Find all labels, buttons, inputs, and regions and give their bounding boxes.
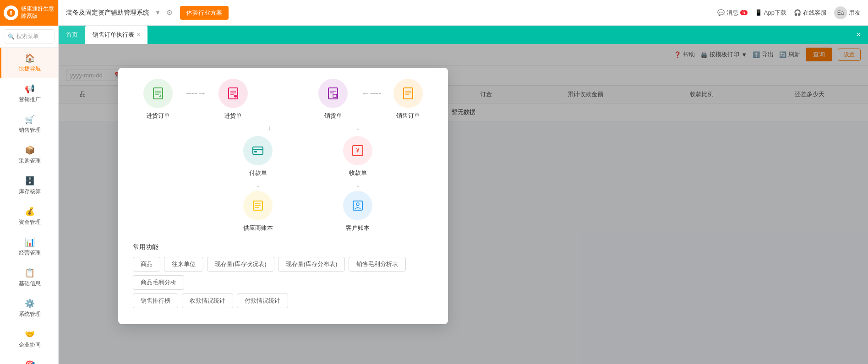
app-download-button[interactable]: 📱 App下载: [755, 9, 786, 17]
avatar: Ea: [834, 6, 847, 19]
sidebar-nav: 🏠 快捷导航 📢 营销推广 🛒 销售管理 📦 采购管理 🗄️ 库存核算 💰: [0, 48, 58, 364]
system-title: 装备及固定资产辅助管理系统: [66, 9, 149, 17]
svg-text:6: 6: [10, 11, 12, 16]
sidebar-item-guide[interactable]: 🎯 新手引导: [0, 354, 58, 364]
service-icon: 🎧: [794, 9, 801, 16]
online-service-button[interactable]: 🎧 在线客服: [794, 9, 827, 17]
logo-icon: 6: [4, 5, 18, 20]
sidebar-item-cooperation[interactable]: 🤝 企业协同: [0, 324, 58, 354]
sidebar-item-marketing[interactable]: 📢 营销推广: [0, 78, 58, 109]
search-menu-button[interactable]: 🔍 搜索菜单: [4, 29, 55, 43]
guide-icon: 🎯: [25, 360, 35, 364]
sidebar-item-sales[interactable]: 🛒 销售管理: [0, 109, 58, 140]
svg-point-29: [356, 203, 359, 206]
logo-text: 畅康通好生意 陈磊版: [21, 5, 54, 20]
flow-node-payment: 付款单: [233, 136, 283, 177]
sales-order-icon: [393, 79, 423, 108]
func-btn-sales-rank[interactable]: 销售排行榜: [133, 293, 178, 308]
payment-icon: [243, 136, 273, 165]
svg-rect-19: [253, 147, 263, 154]
flow-node-receipt: ¥ 收款单: [333, 136, 383, 177]
purchase-bill-icon: [218, 79, 248, 108]
func-btn-partner[interactable]: 往来单位: [164, 257, 203, 272]
top-header: 装备及固定资产辅助管理系统 ▼ ⚙ 体验行业方案 💬 消息 6 📱 App下载 …: [59, 0, 868, 26]
common-title: 常用功能: [133, 243, 433, 251]
header-right: 💬 消息 6 📱 App下载 🎧 在线客服 Ea 用友: [717, 6, 861, 19]
supplier-account-icon: [243, 191, 273, 220]
sidebar-logo: 6 畅康通好生意 陈磊版: [0, 0, 58, 26]
sidebar: 6 畅康通好生意 陈磊版 🔍 搜索菜单 🏠 快捷导航 📢 营销推广 �: [0, 0, 59, 364]
main-area: 装备及固定资产辅助管理系统 ▼ ⚙ 体验行业方案 💬 消息 6 📱 App下载 …: [59, 0, 868, 364]
func-btn-product-profit[interactable]: 商品毛利分析: [133, 275, 184, 290]
svg-rect-6: [229, 88, 238, 99]
message-icon: 💬: [717, 9, 725, 16]
tab-sales-order[interactable]: 销售订单执行表 ×: [85, 26, 147, 44]
tab-close-icon[interactable]: ×: [137, 32, 140, 38]
purchase-order-icon: [143, 79, 173, 108]
customer-account-icon: [343, 191, 372, 220]
svg-rect-21: [254, 151, 257, 152]
content-area: ❓ 帮助 🖨️ 按模板打印 ▼ ⬆️ 导出 🔄 刷新: [59, 44, 868, 364]
search-icon: 🔍: [8, 33, 15, 40]
func-btn-payment-stats[interactable]: 付款情况统计: [237, 293, 288, 308]
flow-node-customer-account: 客户账本: [333, 191, 383, 232]
flow-node-sales-bill: 销货单: [308, 79, 358, 120]
func-btn-stock-dist[interactable]: 现存量(库存分布表): [278, 257, 345, 272]
modal-overlay[interactable]: 进货订单 - - - - →: [59, 44, 868, 364]
svg-text:¥: ¥: [356, 147, 360, 154]
svg-rect-14: [333, 94, 337, 98]
operations-icon: 📊: [25, 237, 35, 247]
func-btn-stock-status[interactable]: 现存量(库存状况表): [207, 257, 274, 272]
sidebar-item-basic-info[interactable]: 📋 基础信息: [0, 262, 58, 293]
sidebar-item-finance[interactable]: 💰 资金管理: [0, 201, 58, 232]
tab-bar-close-button[interactable]: ×: [849, 31, 868, 39]
marketing-icon: 📢: [25, 84, 35, 94]
home-icon: 🏠: [25, 53, 35, 63]
flow-node-purchase-order: 进货订单: [133, 79, 183, 120]
flow-node-supplier-account: 供应商账本: [233, 191, 283, 232]
func-buttons-row1: 商品 往来单位 现存量(库存状况表) 现存量(库存分布表) 销售毛利分析表 商品…: [133, 257, 433, 290]
tab-bar: 首页 销售订单执行表 × ×: [59, 26, 868, 44]
modal-content: 进货订单 - - - - →: [118, 68, 448, 323]
flow-node-sales-order: 销售订单: [383, 79, 433, 120]
svg-point-10: [234, 95, 237, 98]
system-icon: ⚙️: [25, 299, 35, 309]
svg-rect-15: [404, 88, 413, 99]
func-btn-receipt-stats[interactable]: 收款情况统计: [182, 293, 233, 308]
sales-icon: 🛒: [25, 114, 35, 125]
receipt-icon: ¥: [343, 136, 372, 165]
svg-rect-2: [153, 88, 163, 99]
basic-info-icon: 📋: [25, 268, 35, 278]
flow-diagram: 进货订单 - - - - →: [133, 79, 433, 232]
inventory-icon: 🗄️: [25, 176, 35, 186]
common-functions: 常用功能 商品 往来单位 现存量(库存状况表) 现存量(库存分布表) 销售毛利分…: [133, 243, 433, 308]
sales-bill-icon: [318, 79, 348, 108]
flow-modal: 进货订单 - - - - →: [118, 68, 448, 324]
tab-home[interactable]: 首页: [59, 26, 85, 44]
func-btn-product[interactable]: 商品: [133, 257, 160, 272]
download-icon: 📱: [755, 9, 762, 16]
sidebar-item-inventory[interactable]: 🗄️ 库存核算: [0, 170, 58, 201]
message-button[interactable]: 💬 消息 6: [717, 9, 748, 17]
purchase-icon: 📦: [25, 145, 35, 155]
gear-icon[interactable]: ⚙: [166, 8, 173, 17]
sidebar-item-system[interactable]: ⚙️ 系统管理: [0, 293, 58, 324]
sidebar-search-area: 🔍 搜索菜单: [0, 26, 58, 48]
message-badge: 6: [740, 10, 748, 15]
sidebar-item-operations[interactable]: 📊 经营管理: [0, 232, 58, 262]
func-buttons-row2: 销售排行榜 收款情况统计 付款情况统计: [133, 293, 433, 308]
finance-icon: 💰: [25, 206, 35, 217]
dropdown-arrow-icon[interactable]: ▼: [155, 9, 161, 16]
flow-node-purchase-bill: 进货单: [208, 79, 258, 120]
func-btn-sales-profit[interactable]: 销售毛利分析表: [349, 257, 406, 272]
sidebar-item-purchase[interactable]: 📦 采购管理: [0, 140, 58, 170]
cooperation-icon: 🤝: [25, 329, 35, 339]
trial-button[interactable]: 体验行业方案: [180, 6, 229, 20]
sidebar-item-quick-nav[interactable]: 🏠 快捷导航: [0, 48, 58, 78]
scrollbar-row: ◀ ▶: [118, 323, 448, 324]
user-menu[interactable]: Ea 用友: [834, 6, 861, 19]
